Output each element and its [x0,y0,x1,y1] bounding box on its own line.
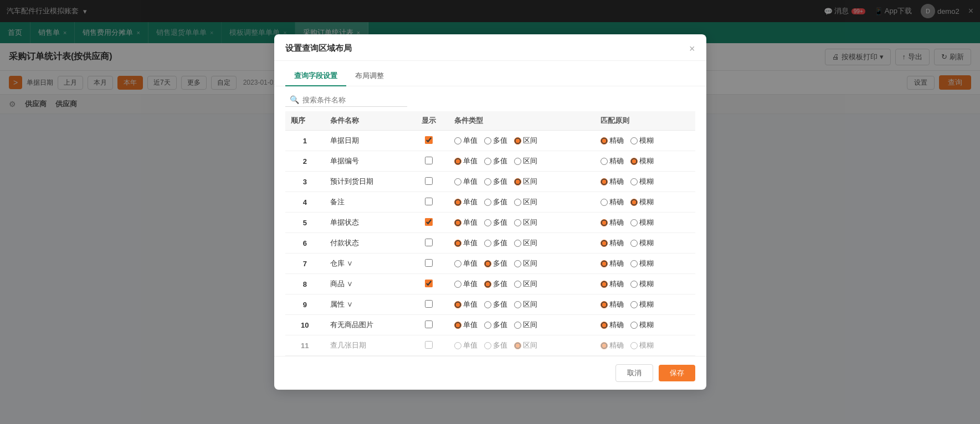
modal-tab-layout-adjust[interactable]: 布局调整 [346,66,393,86]
modal-title: 设置查询区域布局 [285,43,352,54]
col-order: 顺序 [285,111,325,114]
col-type: 条件类型 [449,111,595,114]
modal-tabs: 查询字段设置 布局调整 [274,61,706,86]
modal-table-wrap: 顺序 条件名称 显示 条件类型 匹配原则 1单据日期单值多值区间精确模糊2单据编… [274,111,706,114]
modal-search-area: 🔍 [274,86,706,111]
search-icon: 🔍 [290,95,299,104]
search-box: 🔍 [285,93,407,107]
modal-close-button[interactable]: × [689,44,695,54]
col-match: 匹配原则 [595,111,695,114]
modal-table: 顺序 条件名称 显示 条件类型 匹配原则 1单据日期单值多值区间精确模糊2单据编… [285,111,695,114]
modal-header: 设置查询区域布局 × [274,34,706,61]
col-display: 显示 [409,111,449,114]
search-input[interactable] [302,96,397,104]
col-name: 条件名称 [325,111,409,114]
modal-tab-field-settings[interactable]: 查询字段设置 [285,66,346,86]
modal-overlay: 设置查询区域布局 × 查询字段设置 布局调整 🔍 顺序 [0,0,980,114]
modal-dialog: 设置查询区域布局 × 查询字段设置 布局调整 🔍 顺序 [274,34,706,114]
